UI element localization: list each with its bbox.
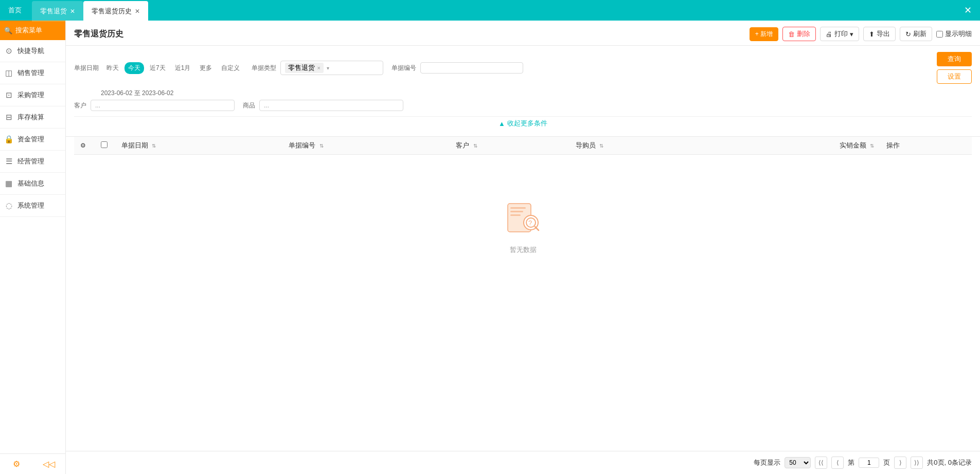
finance-icon: 🔒 [4, 135, 13, 144]
total-text: 共0页, 0条记录 [927, 458, 972, 467]
svg-rect-2 [510, 211, 523, 212]
tab-retail-return-close[interactable]: ✕ [70, 8, 75, 15]
doc-no-filter: 单据编号 [391, 62, 523, 74]
sidebar-item-purchase-label: 采购管理 [17, 90, 44, 100]
refresh-label: 刷新 [913, 29, 926, 39]
system-icon: ◌ [4, 201, 13, 210]
tab-retail-return-history[interactable]: 零售退货历史 ✕ [83, 1, 148, 22]
sidebar-item-purchase[interactable]: ⊡ 采购管理 [0, 84, 65, 106]
th-doc-date[interactable]: 单据日期 ⇅ [115, 137, 282, 155]
th-amount-sort-icon: ⇅ [870, 143, 874, 149]
next-page-button[interactable]: ⟩ [894, 457, 906, 469]
date-btn-yesterday[interactable]: 昨天 [103, 62, 122, 74]
main-layout: 🔍 搜索菜单 ⊙ 快捷导航 ◫ 销售管理 ⊡ 采购管理 ⊟ 库存核算 🔒 资金管… [0, 21, 980, 474]
empty-state-text: 暂无数据 [510, 245, 537, 254]
sidebar-bottom: ⚙ ◁◁ [0, 453, 65, 474]
filter-area: 单据日期 昨天 今天 近7天 近1月 更多 自定义 单据类型 [66, 46, 980, 137]
sidebar-item-inventory-label: 库存核算 [17, 113, 44, 122]
tab-retail-return-label: 零售退货 [40, 7, 67, 16]
settings-button[interactable]: 设置 [937, 69, 972, 84]
inventory-icon: ⊟ [4, 113, 13, 122]
sidebar-item-inventory[interactable]: ⊟ 库存核算 [0, 106, 65, 129]
date-btn-more[interactable]: 更多 [196, 62, 216, 74]
sidebar-item-finance[interactable]: 🔒 资金管理 [0, 129, 65, 151]
date-buttons: 昨天 今天 近7天 近1月 更多 自定义 [103, 62, 243, 74]
date-btn-today[interactable]: 今天 [124, 62, 144, 74]
page-size-select[interactable]: 50 100 [785, 457, 811, 468]
tab-home[interactable]: 首页 [0, 0, 30, 21]
delete-icon: 🗑 [788, 30, 795, 38]
th-guide[interactable]: 导购员 ⇅ [569, 137, 713, 155]
action-buttons: 查询 设置 [937, 52, 972, 84]
th-settings[interactable]: ⚙ [74, 137, 95, 155]
tab-list: 首页 零售退货 ✕ 零售退货历史 ✕ [0, 0, 956, 21]
sidebar-item-operations[interactable]: ☰ 经营管理 [0, 151, 65, 173]
filter-row-1: 单据日期 昨天 今天 近7天 近1月 更多 自定义 单据类型 [74, 52, 972, 84]
sidebar-search[interactable]: 🔍 搜索菜单 [0, 21, 65, 40]
doc-type-tag-close[interactable]: × [317, 65, 320, 71]
th-doc-no[interactable]: 单据编号 ⇅ [282, 137, 450, 155]
tab-home-label: 首页 [8, 6, 22, 15]
refresh-button[interactable]: ↻ 刷新 [900, 27, 932, 41]
current-page-input[interactable] [859, 458, 879, 468]
date-btn-custom[interactable]: 自定义 [218, 62, 243, 74]
sidebar-search-label: 搜索菜单 [15, 26, 42, 35]
product-label: 商品 [243, 101, 255, 110]
export-button[interactable]: ⬆ 导出 [863, 27, 896, 41]
date-btn-1month[interactable]: 近1月 [171, 62, 194, 74]
th-doc-date-label: 单据日期 [121, 141, 148, 149]
doc-type-dropdown-arrow: ▾ [327, 65, 329, 71]
operations-icon: ☰ [4, 157, 13, 166]
print-button[interactable]: 🖨 打印 ▾ [820, 27, 859, 41]
tab-retail-return-history-label: 零售退货历史 [92, 7, 132, 16]
window-close-button[interactable]: ✕ [956, 5, 980, 16]
show-detail-checkbox-label[interactable]: 显示明细 [936, 29, 972, 39]
th-customer-sort-icon: ⇅ [473, 143, 477, 149]
th-amount[interactable]: 实销金额 ⇅ [713, 137, 880, 155]
prev-page-button[interactable]: ⟨ [831, 457, 844, 469]
doc-type-select[interactable]: 零售退货 × ▾ [280, 61, 383, 75]
customer-label: 客户 [74, 101, 86, 110]
first-page-button[interactable]: ⟨⟨ [815, 457, 827, 469]
product-filter: 商品 ... [243, 100, 403, 111]
customer-filter: 客户 ... [74, 100, 235, 111]
svg-text:?: ? [528, 219, 532, 227]
sidebar-item-sales[interactable]: ◫ 销售管理 [0, 62, 65, 84]
collapse-conditions-button[interactable]: ▲ 收起更多条件 [74, 116, 972, 130]
sidebar-item-quick-nav[interactable]: ⊙ 快捷导航 [0, 40, 65, 62]
content-area: 零售退货历史 + 新增 🗑 删除 🖨 打印 ▾ ⬆ 导出 ↻ [66, 21, 980, 474]
doc-no-label: 单据编号 [391, 64, 416, 72]
collapse-icon: ▲ [498, 120, 505, 127]
last-page-button[interactable]: ⟩⟩ [911, 457, 923, 469]
select-all-checkbox[interactable] [101, 141, 108, 148]
tab-retail-return-history-close[interactable]: ✕ [135, 8, 140, 15]
date-btn-7days[interactable]: 近7天 [146, 62, 169, 74]
product-select[interactable]: ... [259, 100, 403, 111]
sidebar-item-basic-info-label: 基础信息 [17, 179, 44, 188]
th-checkbox[interactable] [95, 137, 115, 155]
doc-type-filter: 单据类型 零售退货 × ▾ [252, 61, 383, 75]
print-label: 打印 [834, 29, 848, 39]
sidebar-collapse-button[interactable]: ◁◁ [33, 454, 66, 474]
sidebar-settings-button[interactable]: ⚙ [0, 454, 33, 474]
sidebar-item-basic-info[interactable]: ▦ 基础信息 [0, 173, 65, 195]
doc-no-input[interactable] [420, 62, 523, 74]
sidebar-item-system[interactable]: ◌ 系统管理 [0, 195, 65, 217]
query-button[interactable]: 查询 [937, 52, 972, 66]
home-icon: ⊙ [4, 46, 13, 56]
customer-select[interactable]: ... [91, 100, 235, 111]
empty-state-cell: ? 暂无数据 [74, 155, 972, 296]
th-customer[interactable]: 客户 ⇅ [450, 137, 569, 155]
show-detail-label: 显示明细 [945, 29, 972, 39]
tab-retail-return[interactable]: 零售退货 ✕ [32, 1, 83, 22]
sales-icon: ◫ [4, 68, 13, 78]
delete-button[interactable]: 🗑 删除 [782, 27, 816, 41]
export-label: 导出 [877, 29, 890, 39]
show-detail-checkbox[interactable] [936, 31, 943, 38]
doc-type-label: 单据类型 [252, 64, 276, 72]
sidebar-item-quick-nav-label: 快捷导航 [17, 46, 44, 56]
th-action: 操作 [880, 137, 972, 155]
refresh-icon: ↻ [905, 30, 911, 38]
new-button[interactable]: + 新增 [750, 27, 778, 41]
th-doc-no-label: 单据编号 [289, 141, 315, 149]
